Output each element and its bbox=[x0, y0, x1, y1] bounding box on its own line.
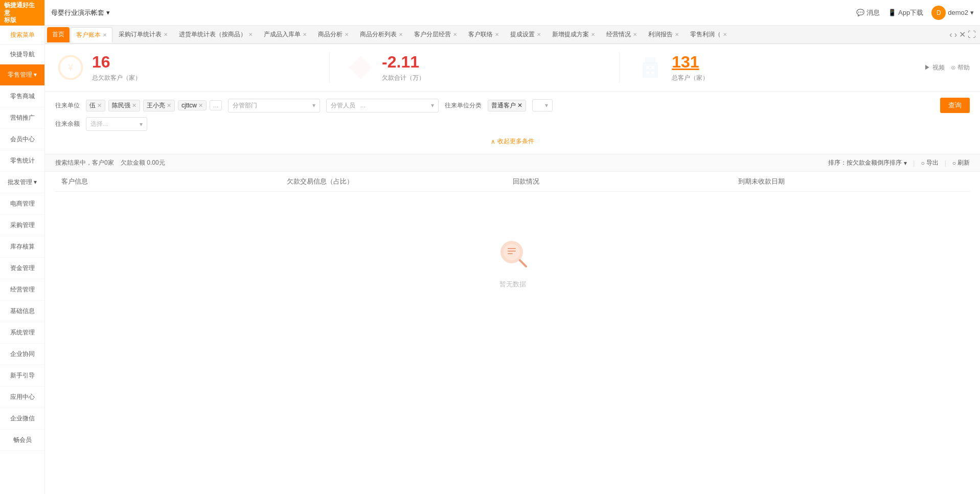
sidebar-item-wholesale[interactable]: 批发管理 ▾ bbox=[0, 172, 44, 193]
industry-selector[interactable]: 母婴行业演示帐套 ▾ bbox=[51, 8, 110, 17]
tab-retail-profit[interactable]: 零售利润（✕ bbox=[685, 27, 732, 42]
filter-tag-category1[interactable]: 普通客户 ✕ bbox=[488, 100, 526, 111]
close-tab-product-instock[interactable]: ✕ bbox=[303, 32, 307, 37]
refresh-icon: ○ bbox=[952, 160, 956, 167]
quick-nav[interactable]: 快捷导航 bbox=[0, 45, 44, 64]
filter-tag-unit2[interactable]: 陈民强 ✕ bbox=[108, 100, 140, 111]
building-icon bbox=[635, 52, 666, 83]
tab-goods-analysis[interactable]: 商品分析✕ bbox=[313, 27, 354, 42]
close-tab-purchase-order[interactable]: ✕ bbox=[164, 32, 168, 37]
logo-text: 畅捷通好生意 标版 bbox=[4, 2, 40, 24]
sidebar-item-new-guide[interactable]: 新手引导 bbox=[0, 365, 44, 387]
tab-customer[interactable]: 客户账本✕ bbox=[71, 27, 112, 42]
close-tab-customer-tier[interactable]: ✕ bbox=[453, 32, 457, 37]
sort-selector[interactable]: 排序：按欠款金额倒序排序 ▾ bbox=[828, 159, 907, 167]
close-tab-purchase-stat[interactable]: ✕ bbox=[248, 32, 253, 37]
close-tab-retail-profit[interactable]: ✕ bbox=[723, 32, 727, 37]
sidebar-item-member[interactable]: 会员中心 bbox=[0, 129, 44, 150]
tab-nav-left[interactable]: ‹ bbox=[949, 30, 952, 39]
tab-improve-settings[interactable]: 提成设置✕ bbox=[505, 27, 546, 42]
svg-line-15 bbox=[520, 260, 526, 266]
sidebar-item-inventory[interactable]: 库存核算 bbox=[0, 236, 44, 258]
tab-controls: ‹ › ✕ ⛶ bbox=[949, 30, 978, 39]
remove-tag-unit2[interactable]: ✕ bbox=[132, 102, 136, 109]
filter-tag-unit1[interactable]: 伍 ✕ bbox=[86, 100, 105, 111]
tab-product-instock[interactable]: 产成品入库单✕ bbox=[259, 27, 312, 42]
topbar: 母婴行业演示帐套 ▾ 💬 消息 📱 App下载 D demo2 ▾ bbox=[45, 0, 980, 26]
query-button[interactable]: 查询 bbox=[940, 98, 970, 113]
tab-goods-list[interactable]: 商品分析列表✕ bbox=[355, 27, 408, 42]
remove-tag-unit4[interactable]: ✕ bbox=[198, 102, 203, 109]
sidebar-item-ecommerce[interactable]: 电商管理 bbox=[0, 193, 44, 215]
remove-tag-unit3[interactable]: ✕ bbox=[167, 102, 171, 109]
sort-label: 排序：按欠款金额倒序排序 bbox=[828, 159, 902, 167]
messages-btn[interactable]: 💬 消息 bbox=[856, 8, 880, 17]
remove-tag-unit1[interactable]: ✕ bbox=[97, 102, 102, 109]
close-tab-new-plan[interactable]: ✕ bbox=[591, 32, 595, 37]
stats-actions: ▶ 视频 ⊙ 帮助 bbox=[924, 63, 970, 72]
tab-close-all[interactable]: ✕ bbox=[959, 30, 966, 39]
close-tab-improve-settings[interactable]: ✕ bbox=[537, 32, 541, 37]
tab-nav-right[interactable]: › bbox=[954, 30, 957, 39]
stats-row: ¥ 16 总欠款客户（家） ✦ bbox=[45, 44, 980, 92]
sidebar-item-operation-mgmt[interactable]: 经营管理 bbox=[0, 279, 44, 301]
more-tags-btn[interactable]: ... bbox=[210, 100, 222, 110]
category-dropdown[interactable]: ▾ bbox=[532, 99, 553, 111]
remove-tag-category1[interactable]: ✕ bbox=[517, 102, 522, 109]
message-icon: 💬 bbox=[856, 9, 864, 16]
export-btn[interactable]: ○ 导出 bbox=[921, 159, 938, 167]
filter-tag-unit4[interactable]: cjttcw ✕ bbox=[178, 100, 207, 110]
close-tab-customer-contact[interactable]: ✕ bbox=[495, 32, 499, 37]
sidebar-item-system[interactable]: 系统管理 bbox=[0, 322, 44, 344]
overdue-amount-value: -2.11 bbox=[382, 53, 425, 72]
sidebar-item-retail-mall[interactable]: 零售商城 bbox=[0, 86, 44, 107]
tab-customer-contact[interactable]: 客户联络✕ bbox=[463, 27, 504, 42]
help-btn[interactable]: ⊙ 帮助 bbox=[951, 63, 970, 72]
th-repayment: 回款情况 bbox=[513, 177, 738, 186]
user-menu[interactable]: D demo2 ▾ bbox=[931, 6, 974, 20]
tab-customer-tier[interactable]: 客户分层经营✕ bbox=[409, 27, 462, 42]
sidebar-item-retail[interactable]: 零售管理 ▾ bbox=[0, 64, 44, 86]
tab-purchase-order[interactable]: 采购订单统计表✕ bbox=[113, 27, 173, 42]
svg-rect-13 bbox=[508, 251, 516, 252]
unit-filter-label: 往来单位 bbox=[55, 101, 80, 110]
svg-point-11 bbox=[504, 244, 520, 260]
dept-arrow: ▾ bbox=[312, 102, 315, 109]
tab-fullscreen[interactable]: ⛶ bbox=[968, 30, 976, 39]
search-result: 搜索结果中，客户0家 欠款金额 0.00元 bbox=[55, 159, 165, 167]
sidebar-item-enterprise[interactable]: 企业协同 bbox=[0, 344, 44, 365]
sidebar-item-enterprise-wechat[interactable]: 企业微信 bbox=[0, 408, 44, 430]
close-tab-customer[interactable]: ✕ bbox=[103, 32, 107, 38]
close-tab-goods-list[interactable]: ✕ bbox=[399, 32, 403, 37]
avatar: D bbox=[931, 6, 946, 20]
person-filter[interactable]: 分管人员 ... ▾ bbox=[326, 99, 439, 113]
sidebar-item-marketing[interactable]: 营销推广 bbox=[0, 107, 44, 129]
close-tab-goods-analysis[interactable]: ✕ bbox=[345, 32, 349, 37]
video-help-btn[interactable]: ▶ 视频 bbox=[924, 63, 944, 72]
overdue-customers-label: 总欠款客户（家） bbox=[92, 74, 141, 82]
tab-operation[interactable]: 经营情况✕ bbox=[601, 27, 642, 42]
sidebar-item-member-pro[interactable]: 畅会员 bbox=[0, 430, 44, 451]
sidebar-item-finance[interactable]: 资金管理 bbox=[0, 258, 44, 279]
result-bar: 搜索结果中，客户0家 欠款金额 0.00元 排序：按欠款金额倒序排序 ▾ | ○… bbox=[45, 154, 980, 172]
balance-filter[interactable]: 选择... ▾ bbox=[86, 117, 147, 131]
search-menu[interactable]: 搜索菜单 bbox=[0, 26, 44, 45]
tab-home[interactable]: 首页 bbox=[47, 27, 70, 42]
total-customers-value: 131 bbox=[672, 53, 709, 72]
tab-purchase-stat[interactable]: 进货单统计表（按商品）✕ bbox=[174, 27, 258, 42]
refresh-btn[interactable]: ○ 刷新 bbox=[952, 159, 970, 167]
filter-tag-unit3[interactable]: 王小亮 ✕ bbox=[143, 100, 175, 111]
dept-filter[interactable]: 分管部门 ▾ bbox=[228, 99, 320, 113]
svg-rect-8 bbox=[647, 72, 649, 74]
sidebar-item-basic-info[interactable]: 基础信息 bbox=[0, 301, 44, 322]
close-tab-operation[interactable]: ✕ bbox=[633, 32, 637, 37]
tab-profit-report[interactable]: 利润报告✕ bbox=[643, 27, 684, 42]
app-download-btn[interactable]: 📱 App下载 bbox=[888, 8, 923, 17]
close-tab-profit-report[interactable]: ✕ bbox=[675, 32, 679, 37]
sidebar-item-purchase[interactable]: 采购管理 bbox=[0, 215, 44, 236]
svg-rect-12 bbox=[508, 248, 516, 249]
tab-new-plan[interactable]: 新增提成方案✕ bbox=[547, 27, 600, 42]
collapse-btn[interactable]: ∧ 收起更多条件 bbox=[485, 135, 540, 148]
sidebar-item-retail-stat[interactable]: 零售统计 bbox=[0, 150, 44, 172]
sidebar-item-app-center[interactable]: 应用中心 bbox=[0, 387, 44, 408]
